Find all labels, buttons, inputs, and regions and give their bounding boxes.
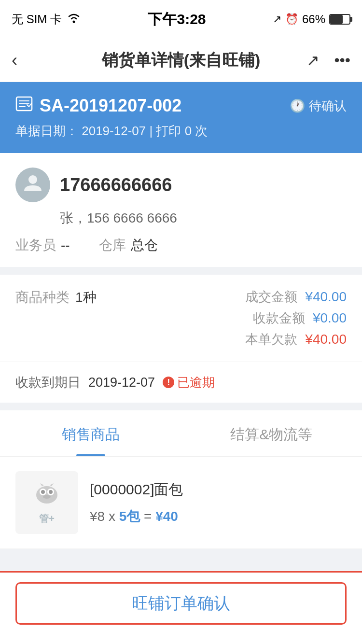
customer-name: 张，156 6666 6666 — [15, 209, 347, 227]
confirm-button[interactable]: 旺铺订单确认 — [15, 582, 347, 625]
owl-icon — [32, 480, 61, 509]
amount-row-0: 成交金额 ¥40.00 — [245, 288, 347, 306]
wifi-icon — [67, 13, 81, 26]
price-eq: = — [140, 509, 155, 524]
product-item: 管+ [0000002]面包 ¥8 x 5包 = ¥40 — [0, 457, 362, 549]
status-right: ↗ ⏰ 66% — [273, 13, 350, 26]
nav-actions: ↗ ••• — [306, 51, 350, 70]
order-status: 🕐 待确认 — [290, 98, 347, 114]
order-header-card: SA-20191207-002 🕐 待确认 单据日期： 2019-12-07 |… — [0, 82, 362, 153]
tab-sales-label: 销售商品 — [62, 426, 120, 442]
product-price: ¥8 x 5包 = ¥40 — [90, 507, 347, 526]
amount-label-2: 本单欠款 — [245, 331, 297, 348]
warehouse-label: 仓库 — [99, 236, 126, 254]
order-id-row: SA-20191207-002 🕐 待确认 — [15, 96, 347, 116]
svg-point-0 — [73, 21, 75, 23]
product-image: 管+ — [15, 471, 78, 534]
date-label: 单据日期： — [15, 124, 78, 138]
svg-point-6 — [41, 490, 45, 494]
print-info: | 打印 0 次 — [149, 124, 208, 138]
svg-point-8 — [43, 495, 51, 499]
amount-value-0: ¥40.00 — [305, 289, 347, 305]
customer-section: 17666666666 张，156 6666 6666 业务员 -- 仓库 总仓 — [0, 153, 362, 267]
alarm-icon: ⏰ — [285, 13, 298, 26]
tab-settlement-label: 结算&物流等 — [230, 426, 312, 442]
svg-point-7 — [49, 490, 53, 494]
bottom-bar: 旺铺订单确认 — [0, 571, 362, 644]
summary-right: 成交金额 ¥40.00 收款金额 ¥0.00 本单欠款 ¥40.00 — [245, 288, 347, 348]
due-section: 收款到期日 2019-12-07 ! 已逾期 — [0, 362, 362, 403]
tab-sales[interactable]: 销售商品 — [0, 410, 181, 456]
location-icon: ↗ — [273, 13, 281, 26]
carrier-text: 无 SIM 卡 — [12, 12, 62, 27]
overdue-dot-icon: ! — [163, 377, 174, 388]
order-number: SA-20191207-002 — [40, 96, 181, 116]
amount-label-1: 收款金额 — [253, 309, 305, 327]
overdue-text: 已逾期 — [177, 374, 215, 391]
order-id: SA-20191207-002 — [15, 96, 181, 116]
sales-value: -- — [61, 238, 70, 253]
kind-label: 商品种类 — [15, 288, 70, 307]
amount-row-2: 本单欠款 ¥40.00 — [245, 331, 347, 348]
share-icon[interactable]: ↗ — [306, 51, 320, 70]
product-placeholder: 管+ — [32, 480, 61, 525]
status-clock-icon: 🕐 — [290, 98, 305, 113]
overdue-badge: ! 已逾期 — [163, 374, 215, 391]
tab-settlement[interactable]: 结算&物流等 — [181, 410, 362, 456]
product-name: [0000002]面包 — [90, 480, 347, 500]
amount-value-2: ¥40.00 — [305, 332, 347, 347]
order-date-row: 单据日期： 2019-12-07 | 打印 0 次 — [15, 123, 347, 140]
more-icon[interactable]: ••• — [334, 51, 350, 69]
order-date: 2019-12-07 — [82, 124, 146, 138]
avatar — [15, 168, 50, 202]
customer-phone: 17666666666 — [60, 175, 172, 196]
summary-row: 商品种类 1种 成交金额 ¥40.00 收款金额 ¥0.00 本单欠款 ¥40.… — [15, 288, 347, 348]
status-time: 下午3:28 — [148, 10, 206, 29]
summary-left: 商品种类 1种 — [15, 288, 97, 307]
sales-label: 业务员 — [15, 236, 56, 254]
back-button[interactable]: ‹ — [7, 45, 22, 75]
sales-meta: 业务员 -- — [15, 236, 70, 254]
customer-meta: 业务员 -- 仓库 总仓 — [15, 236, 347, 254]
price-total: ¥40 — [155, 509, 178, 524]
amount-value-1: ¥0.00 — [313, 310, 347, 326]
customer-row: 17666666666 — [15, 168, 347, 202]
product-section: 管+ [0000002]面包 ¥8 x 5包 = ¥40 — [0, 457, 362, 549]
price-qty: 5包 — [119, 509, 140, 524]
order-status-text: 待确认 — [309, 98, 347, 114]
warehouse-meta: 仓库 总仓 — [99, 236, 158, 254]
svg-point-2 — [28, 175, 37, 184]
due-date: 2019-12-07 — [88, 375, 155, 390]
divider-1 — [0, 267, 362, 275]
order-icon — [15, 96, 33, 116]
nav-bar: ‹ 销货单详情(来自旺铺) ↗ ••• — [0, 39, 362, 82]
due-label: 收款到期日 — [15, 374, 81, 391]
brand-label: 管+ — [39, 512, 55, 525]
tabs-section: 销售商品 结算&物流等 — [0, 403, 362, 457]
battery-icon — [329, 14, 350, 25]
amount-label-0: 成交金额 — [245, 288, 297, 306]
tabs-row: 销售商品 结算&物流等 — [0, 410, 362, 457]
price-base: ¥8 x — [90, 509, 119, 524]
status-bar: 无 SIM 卡 下午3:28 ↗ ⏰ 66% — [0, 0, 362, 39]
status-carrier: 无 SIM 卡 — [12, 12, 81, 27]
page-title: 销货单详情(来自旺铺) — [102, 49, 261, 71]
summary-section: 商品种类 1种 成交金额 ¥40.00 收款金额 ¥0.00 本单欠款 ¥40.… — [0, 275, 362, 362]
battery-percent: 66% — [302, 13, 325, 26]
amount-row-1: 收款金额 ¥0.00 — [253, 309, 347, 327]
avatar-icon — [22, 172, 43, 198]
kind-value: 1种 — [75, 288, 97, 307]
warehouse-value: 总仓 — [131, 236, 158, 254]
product-info: [0000002]面包 ¥8 x 5包 = ¥40 — [90, 480, 347, 526]
